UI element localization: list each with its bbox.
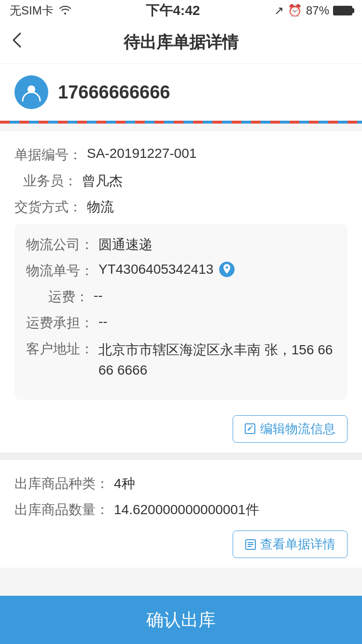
page-title: 待出库单据详情: [124, 31, 238, 54]
status-right: ↗ ⏰ 87%: [274, 4, 352, 17]
document-icon: [245, 539, 256, 550]
wifi-icon: [58, 4, 72, 17]
goods-type-row: 出库商品种类： 4种: [14, 475, 348, 493]
freight-bear-value: --: [98, 314, 336, 329]
status-left: 无SIM卡: [10, 3, 72, 18]
nav-bar: 待出库单据详情: [0, 21, 362, 64]
view-detail-btn-wrap: 查看单据详情: [14, 527, 348, 558]
edit-icon: [245, 423, 256, 435]
basic-info-section: 单据编号： SA-20191227-001 业务员： 曾凡杰 交货方式： 物流 …: [0, 131, 362, 452]
address-value: 北京市市辖区海淀区永丰南 张，156 6666 6666: [98, 340, 336, 380]
delivery-value: 物流: [87, 198, 348, 216]
avatar: [14, 75, 48, 109]
user-section: 17666666666: [0, 64, 362, 121]
goods-quantity-value: 14.620000000000001件: [114, 501, 259, 519]
delivery-label: 交货方式：: [14, 198, 82, 216]
tracking-label: 物流单号：: [26, 262, 94, 280]
section-divider: [0, 452, 362, 460]
freight-bear-label: 运费承担：: [26, 314, 94, 332]
view-detail-button[interactable]: 查看单据详情: [233, 531, 348, 558]
logistics-company-label: 物流公司：: [26, 236, 94, 254]
bottom-bar: 确认出库: [0, 596, 362, 644]
salesman-row: 业务员： 曾凡杰: [14, 172, 348, 190]
salesman-value: 曾凡杰: [82, 172, 348, 190]
alarm-icon: ⏰: [288, 4, 302, 17]
freight-row: 运费： --: [26, 288, 336, 306]
salesman-label: 业务员：: [14, 172, 77, 190]
goods-section: 出库商品种类： 4种 出库商品数量： 14.620000000000001件 查…: [0, 460, 362, 568]
order-no-label: 单据编号：: [14, 146, 82, 164]
tracking-value: YT4306405342413: [98, 262, 336, 277]
dashed-divider: [0, 121, 362, 124]
order-no-row: 单据编号： SA-20191227-001: [14, 146, 348, 164]
edit-btn-wrap: 编辑物流信息: [14, 407, 348, 443]
status-bar: 无SIM卡 下午4:42 ↗ ⏰ 87%: [0, 0, 362, 21]
goods-type-value: 4种: [114, 475, 135, 493]
logistics-company-value: 圆通速递: [98, 236, 336, 254]
address-label: 客户地址：: [26, 340, 94, 358]
user-phone: 17666666666: [58, 82, 170, 103]
logistics-company-row: 物流公司： 圆通速递: [26, 236, 336, 254]
goods-quantity-label: 出库商品数量：: [14, 501, 109, 519]
carrier-label: 无SIM卡: [10, 3, 54, 18]
battery-label: 87%: [306, 4, 329, 17]
address-row: 客户地址： 北京市市辖区海淀区永丰南 张，156 6666 6666: [26, 340, 336, 380]
freight-label: 运费：: [26, 288, 89, 306]
goods-type-label: 出库商品种类：: [14, 475, 109, 493]
freight-bear-row: 运费承担： --: [26, 314, 336, 332]
freight-value: --: [94, 288, 336, 303]
confirm-outbound-button[interactable]: 确认出库: [146, 608, 216, 632]
order-no-value: SA-20191227-001: [87, 146, 348, 161]
logistics-card: 物流公司： 圆通速递 物流单号： YT4306405342413 运费： --: [14, 224, 348, 400]
battery-icon: [333, 6, 352, 15]
map-location-icon[interactable]: [219, 262, 235, 277]
goods-quantity-row: 出库商品数量： 14.620000000000001件: [14, 501, 348, 519]
location-status-icon: ↗: [274, 4, 284, 17]
tracking-row: 物流单号： YT4306405342413: [26, 262, 336, 280]
time-label: 下午4:42: [146, 1, 200, 20]
delivery-row: 交货方式： 物流: [14, 198, 348, 216]
back-button[interactable]: [10, 29, 23, 55]
edit-logistics-button[interactable]: 编辑物流信息: [233, 415, 348, 443]
